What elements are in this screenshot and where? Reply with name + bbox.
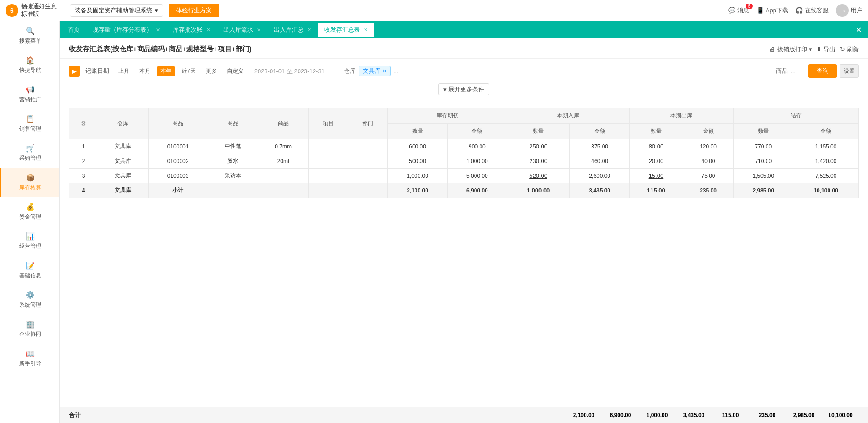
query-button[interactable]: 查询: [808, 64, 837, 78]
row3-open-qty: 1,000.00: [388, 169, 448, 183]
tab-flow[interactable]: 出入库流水 ✕: [217, 23, 267, 37]
sidebar-item-finance[interactable]: 💰 资金管理: [0, 197, 59, 226]
row1-in-qty[interactable]: 250.00: [507, 139, 569, 154]
refresh-label: 刷新: [847, 45, 859, 54]
sidebar-item-basic-info[interactable]: 📝 基础信息: [0, 256, 59, 285]
tab-stock-dist-label: 现存量（库存分布表）: [93, 26, 152, 34]
col-dept-header: 部门: [348, 108, 387, 139]
tab-summary[interactable]: 出入库汇总 ✕: [267, 23, 318, 37]
row2-in-amt: 460.00: [570, 154, 630, 169]
settings-icon[interactable]: ⚙: [81, 120, 86, 127]
tab-summary-close[interactable]: ✕: [307, 27, 311, 33]
sidebar-item-inventory[interactable]: 📦 库存核算: [0, 168, 59, 197]
message-icon: 💬: [728, 7, 735, 14]
date-btn-last-month[interactable]: 上月: [115, 66, 133, 76]
sidebar-item-purchase[interactable]: 🛒 采购管理: [0, 138, 59, 168]
sales-icon: 📋: [26, 115, 35, 123]
col-name-header: 商品: [208, 108, 258, 139]
row3-dept: [348, 169, 387, 183]
tab-home-label: 首页: [68, 26, 80, 34]
user-label: 用户: [851, 6, 862, 15]
row1-dept: [348, 139, 387, 154]
subtotal-warehouse: 文具库: [98, 183, 148, 198]
content-area: 首页 现存量（库存分布表） ✕ 库存批次账 ✕ 出入库流水 ✕ 出入库汇总 ✕ …: [60, 21, 868, 423]
headset-icon: 🎧: [796, 7, 803, 14]
marketing-icon: 📢: [26, 85, 35, 94]
tab-batch[interactable]: 库存批次账 ✕: [166, 23, 217, 37]
row3-in-qty[interactable]: 520.00: [507, 169, 569, 183]
goods-label: 商品: [776, 67, 788, 75]
tab-flow-label: 出入库流水: [223, 26, 253, 34]
row3-out-qty[interactable]: 15.00: [630, 169, 683, 183]
filter-dates: 上月 本月 本年 近7天 更多 自定义: [115, 66, 247, 76]
col-spec-header: 商品: [258, 108, 309, 139]
page-content: 收发存汇总表(按仓库+商品编码+商品+规格型号+项目+部门) 🖨 拨销版打印 ▾…: [60, 38, 868, 423]
sidebar-item-marketing[interactable]: 📢 营销推广: [0, 80, 59, 109]
sidebar-item-quick-nav[interactable]: 🏠 快捷导航: [0, 50, 59, 80]
online-service-item[interactable]: 🎧 在线客服: [796, 6, 829, 15]
date-btn-custom[interactable]: 自定义: [223, 66, 247, 76]
footer-in-qty: 1,000.00: [639, 412, 675, 418]
sidebar-item-search[interactable]: 🔍 搜索菜单: [0, 21, 59, 50]
date-btn-more[interactable]: 更多: [202, 66, 221, 76]
main-layout: 🔍 搜索菜单 🏠 快捷导航 📢 营销推广 📋 销售管理 🛒 采购管理 📦 库存核…: [0, 21, 868, 423]
warehouse-tag[interactable]: 文具库 ✕: [359, 66, 391, 76]
table-wrapper: ⚙ 仓库 商品 商品 商品 项目 部门 库存期初 本期入库 本期出库 结存: [60, 103, 868, 407]
logo-text: 畅捷通好生意 标准版: [21, 3, 57, 18]
filter-bar: ▶ 记账日期 上月 本月 本年 近7天 更多 自定义 2023-01-01 至 …: [60, 59, 868, 103]
row1-project: [309, 139, 348, 154]
tab-flow-close[interactable]: ✕: [257, 27, 261, 33]
warehouse-tag-close[interactable]: ✕: [382, 68, 387, 74]
system-selector[interactable]: 装备及固定资产辅助管理系统 ▾: [70, 4, 163, 17]
messages-item[interactable]: 💬 消息 6: [728, 6, 749, 15]
col-in-amt-header: 金额: [570, 124, 630, 139]
tab-stock-dist-close[interactable]: ✕: [156, 27, 160, 33]
print-button[interactable]: 🖨 拨销版打印 ▾: [769, 45, 812, 54]
date-btn-this-month[interactable]: 本月: [136, 66, 154, 76]
warehouse-more[interactable]: ...: [393, 68, 398, 75]
sidebar-item-guide[interactable]: 📖 新手引导: [0, 344, 59, 373]
app-download-item[interactable]: 📱 App下载: [757, 6, 788, 15]
tab-recv-summary[interactable]: 收发存汇总表 ✕: [318, 23, 374, 37]
row2-out-qty[interactable]: 20.00: [630, 154, 683, 169]
data-table: ⚙ 仓库 商品 商品 商品 项目 部门 库存期初 本期入库 本期出库 结存: [69, 108, 859, 198]
sidebar-label-search: 搜索菜单: [19, 37, 41, 45]
expand-conditions-button[interactable]: ▾ 展开更多条件: [438, 83, 489, 95]
logo-icon: 6: [6, 4, 18, 17]
col-settings-header[interactable]: ⚙: [69, 108, 98, 139]
col-open-qty-header: 数量: [388, 124, 448, 139]
footer-values: 2,100.00 6,900.00 1,000.00 3,435.00 115.…: [565, 412, 859, 418]
date-btn-7days[interactable]: 近7天: [178, 66, 199, 76]
sidebar-item-enterprise[interactable]: 🏢 企业协同: [0, 314, 59, 344]
col-warehouse-header: 仓库: [98, 108, 148, 139]
tab-batch-close[interactable]: ✕: [206, 27, 210, 33]
tab-bar-close[interactable]: ✕: [851, 26, 866, 34]
footer-bar: 合计 2,100.00 6,900.00 1,000.00 3,435.00 1…: [60, 407, 868, 423]
trial-button[interactable]: 体验行业方案: [169, 4, 219, 17]
expand-label: 展开更多条件: [448, 85, 484, 93]
export-button[interactable]: ⬇ 导出: [817, 45, 835, 54]
filter-expand-arrow[interactable]: ▶: [69, 66, 80, 77]
refresh-icon: ↻: [840, 46, 845, 53]
setting-button[interactable]: 设置: [840, 64, 859, 78]
row2-in-qty[interactable]: 230.00: [507, 154, 569, 169]
goods-more[interactable]: ...: [791, 68, 796, 75]
tab-recv-summary-close[interactable]: ✕: [364, 27, 368, 33]
sidebar-item-system[interactable]: ⚙️ 系统管理: [0, 285, 59, 314]
print-icon: 🖨: [769, 46, 775, 53]
row2-spec: 20ml: [258, 154, 309, 169]
refresh-button[interactable]: ↻ 刷新: [840, 45, 859, 54]
row1-bal-qty: 770.00: [734, 139, 793, 154]
sidebar-item-sales[interactable]: 📋 销售管理: [0, 109, 59, 138]
user-item[interactable]: Ea 用户: [836, 4, 862, 17]
footer-out-qty: 115.00: [712, 412, 749, 418]
sidebar-label-operations: 经营管理: [19, 242, 41, 250]
tab-home[interactable]: 首页: [61, 23, 86, 37]
sidebar-item-operations[interactable]: 📊 经营管理: [0, 226, 59, 256]
row1-out-qty[interactable]: 80.00: [630, 139, 683, 154]
subtotal-open-qty: 2,100.00: [388, 183, 448, 198]
tab-stock-dist[interactable]: 现存量（库存分布表） ✕: [86, 23, 166, 37]
subtotal-name: [208, 183, 258, 198]
date-btn-this-year[interactable]: 本年: [157, 66, 175, 76]
table-row: 1 文具库 0100001 中性笔 0.7mm 600.00 900.00 25…: [69, 139, 859, 154]
